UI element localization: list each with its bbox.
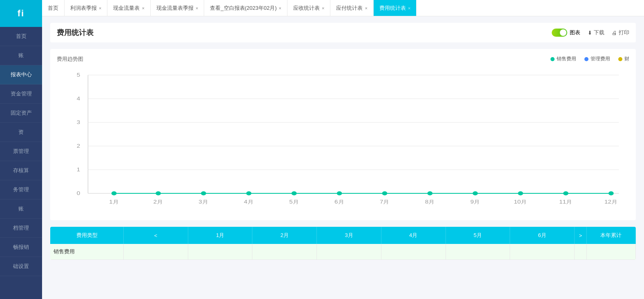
svg-point-29 [246,191,252,195]
legend-sales: 销售费用 [550,55,576,62]
tab-close-cashflow[interactable]: × [142,0,144,16]
legend-finance: 财 [618,55,629,62]
sidebar-item-funds[interactable]: 资金管理 [0,84,42,104]
sidebar-item-reports[interactable]: 报表中心 [0,65,42,84]
prev-arrow-icon[interactable]: < [154,233,158,239]
tab-cashflow[interactable]: 现金流量表 × [107,0,150,16]
next-arrow-icon[interactable]: > [579,233,582,239]
cell-type-sales: 销售费用 [50,244,124,259]
legend-dot-sales [550,57,555,61]
cell-m5 [446,244,510,259]
cell-m4 [381,244,446,259]
th-month6: 6月 [510,227,575,244]
content-area: 费用统计表 图表 ⬇ 下载 🖨 打印 费用趋势图 [42,16,644,299]
th-nav-prev[interactable]: < [124,227,188,244]
table-header: 费用类型 < 1月 2月 3月 4月 5月 [50,227,636,244]
header-actions: 图表 ⬇ 下载 🖨 打印 [552,29,629,37]
tab-close-receivable[interactable]: × [322,0,324,16]
sidebar-item-inventory[interactable]: 存核算 [0,161,42,180]
svg-text:2月: 2月 [153,199,163,205]
sidebar-item-tickets[interactable]: 票管理 [0,142,42,161]
svg-point-37 [608,191,614,195]
download-icon: ⬇ [588,30,592,36]
svg-text:1月: 1月 [109,199,119,205]
tab-payable[interactable]: 应付统计表 × [330,0,373,16]
th-month5: 5月 [446,227,510,244]
tab-close-expense[interactable]: × [408,0,410,16]
svg-point-36 [563,191,568,195]
sidebar-item-account[interactable]: 账 [0,46,42,65]
tab-blank-report[interactable]: 查看_空白报表(2023年02月) × [204,0,287,16]
legend-dot-management [584,57,588,61]
sidebar-item-capital[interactable]: 资 [0,123,42,142]
cell-m2 [252,244,317,259]
chart-toggle[interactable] [552,29,567,37]
svg-point-30 [292,191,297,195]
th-nav-next[interactable]: > [575,227,587,244]
tab-close-payable[interactable]: × [365,0,367,16]
th-month1: 1月 [188,227,253,244]
cell-m1 [188,244,253,259]
svg-text:1: 1 [77,167,80,173]
sidebar: fi 首页 账 报表中心 资金管理 固定资产 资 票管理 存核算 务管理 账 档… [0,0,42,299]
svg-point-34 [472,191,478,195]
download-button[interactable]: ⬇ 下载 [588,29,604,36]
th-month3: 3月 [317,227,381,244]
svg-text:9月: 9月 [470,199,480,205]
print-button[interactable]: 🖨 打印 [612,29,629,36]
th-month2: 2月 [252,227,317,244]
svg-point-27 [156,191,161,195]
legend-management: 管理费用 [584,55,610,62]
th-annual: 本年累计 [587,227,636,244]
sidebar-item-settings[interactable]: 础设置 [0,257,42,276]
svg-text:0: 0 [77,191,80,196]
table-section: 费用类型 < 1月 2月 3月 4月 5月 [50,227,636,260]
tab-cashflow-quarterly[interactable]: 现金流量表季报 × [151,0,204,16]
svg-text:6月: 6月 [334,199,344,205]
chart-svg: 0 1 2 3 4 5 1月 2月 3月 4月 5月 [57,67,629,214]
svg-point-28 [201,191,206,195]
svg-point-26 [111,191,117,195]
svg-point-32 [382,191,388,195]
svg-text:3: 3 [77,120,80,125]
tab-bar: 首页 利润表季报 × 现金流量表 × 现金流量表季报 × 查看_空白报表(202… [42,0,644,16]
svg-text:4: 4 [77,96,80,102]
svg-text:10月: 10月 [514,199,527,205]
tab-expense[interactable]: 费用统计表 × [374,0,417,16]
tab-receivable[interactable]: 应收统计表 × [287,0,330,16]
legend-dot-finance [618,57,622,61]
sidebar-item-assets[interactable]: 固定资产 [0,104,42,123]
tab-close-cashflow-quarterly[interactable]: × [196,0,198,16]
tab-close-blank-report[interactable]: × [279,0,281,16]
svg-text:2: 2 [77,144,80,149]
svg-text:5: 5 [77,73,80,78]
svg-text:7月: 7月 [380,199,390,205]
th-type: 费用类型 [50,227,124,244]
cell-nav-empty2 [575,244,587,259]
tab-home[interactable]: 首页 [42,0,65,16]
sidebar-logo: fi [0,0,42,27]
cell-nav-empty [124,244,188,259]
svg-text:3月: 3月 [198,199,208,205]
cell-annual [587,244,636,259]
main-content: 首页 利润表季报 × 现金流量表 × 现金流量表季报 × 查看_空白报表(202… [42,0,644,299]
svg-point-31 [337,191,342,195]
page-header: 费用统计表 图表 ⬇ 下载 🖨 打印 [50,23,636,42]
svg-text:4月: 4月 [244,199,254,205]
sidebar-item-ledger[interactable]: 账 [0,199,42,219]
sidebar-item-archive[interactable]: 档管理 [0,219,42,238]
svg-text:12月: 12月 [604,199,618,205]
sidebar-item-reimbursement[interactable]: 畅报销 [0,238,42,257]
chart-legend: 销售费用 管理费用 财 [550,55,629,62]
chart-container: 0 1 2 3 4 5 1月 2月 3月 4月 5月 [57,67,629,214]
sidebar-item-home[interactable]: 首页 [0,27,42,46]
svg-text:5月: 5月 [289,199,299,205]
tab-profit-quarterly[interactable]: 利润表季报 × [65,0,107,16]
svg-point-33 [427,191,432,195]
tab-close-profit-quarterly[interactable]: × [99,0,101,16]
svg-text:11月: 11月 [559,199,573,205]
cell-m3 [317,244,381,259]
chart-section: 费用趋势图 销售费用 管理费用 财 [50,49,636,220]
sidebar-item-service[interactable]: 务管理 [0,180,42,199]
cell-m6 [510,244,575,259]
